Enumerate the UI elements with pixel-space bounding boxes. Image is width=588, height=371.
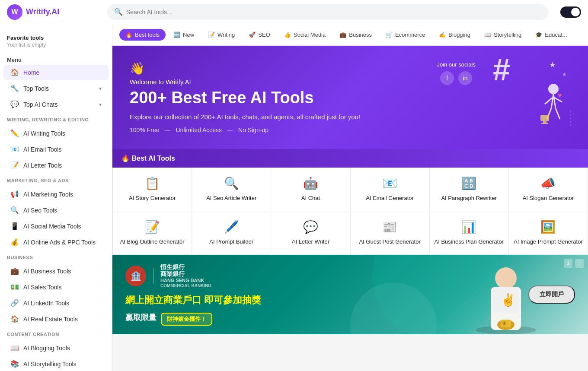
ad-cta-button[interactable]: 立即開戶 [528,285,575,304]
tab-ecommerce[interactable]: 🛒 Ecommerce [380,29,431,41]
ad-info-btn[interactable]: ℹ [564,259,572,268]
category-tabs: 🔥 Best tools 🆕 New 📝 Writing 🚀 SEO 👍 Soc… [112,24,588,46]
email-generator-label: AI Email Generator [366,195,414,202]
sidebar-item-writing-tools[interactable]: ✏️ AI Writing Tools [3,126,109,141]
tab-new[interactable]: 🆕 New [167,29,200,41]
tools-header: 🔥 Best AI Tools [112,149,588,168]
sidebar: Favorite tools Your list is empty Menu 🏠… [0,24,112,371]
sidebar-item-top-ai-chats[interactable]: 💬 Top AI Chats ▾ [3,97,109,112]
svg-point-4 [548,84,559,94]
blogging-tools-label: AI Blogging Tools [23,345,70,352]
seo-tools-label: AI Seo Tools [23,207,57,214]
blog-outline-label: AI Blog Outline Generator [120,238,185,246]
tool-letter-writer[interactable]: 💬 AI Letter Writer [271,211,350,255]
top-tools-label: Top Tools [23,85,49,92]
letter-tools-label: AI Letter Tools [23,162,62,169]
logo-text: Writify.AI [26,7,59,16]
letter-tools-icon: 📝 [10,161,19,169]
tool-paragraph-rewriter[interactable]: 🔠 AI Paragraph Rewriter [430,168,509,211]
linkedin-icon[interactable]: in [458,71,472,85]
svg-line-10 [556,108,560,119]
blog-outline-icon: 📝 [145,220,160,234]
search-bar[interactable]: 🔍 [107,4,548,20]
tab-social-media[interactable]: 👍 Social Media [278,29,332,41]
facebook-icon[interactable]: f [440,71,454,85]
blogging-tools-icon: 📖 [10,344,19,352]
online-ads-icon: 💰 [10,238,19,246]
tab-education[interactable]: 🎓 Educat... [529,29,573,41]
letter-writer-icon: 💬 [303,220,318,234]
toggle-wrap [560,6,581,18]
badge-nosignup: No Sign-up [238,127,268,133]
tab-best-tools[interactable]: 🔥 Best tools [119,29,166,41]
ad-tagline: 網上開立商業戶口 即可參加抽獎 [125,294,520,307]
ad-prize-badge: 財神鍍金擺件！ [161,313,212,326]
writing-tools-label: AI Writing Tools [23,130,65,137]
social-icons: f in [437,71,476,85]
bank-logo-icon: 🏦 [125,266,146,286]
tool-image-prompt[interactable]: 🖼️ AI Image Prompt Generator [509,211,588,255]
paragraph-rewriter-icon: 🔠 [461,176,476,190]
ai-chats-icon: 💬 [10,100,19,108]
slogan-generator-label: AI Slogan Generator [523,195,574,202]
tab-business[interactable]: 💼 Business [333,29,378,41]
writing-tools-icon: ✏️ [10,129,19,137]
sidebar-item-top-tools[interactable]: 🔧 Top Tools ▾ [3,81,109,96]
business-tools-icon: 💼 [10,267,19,275]
real-estate-label: AI Real Estate Tools [23,316,78,323]
sidebar-item-online-ads[interactable]: 💰 AI Online Ads & PPC Tools [3,235,109,250]
email-tools-icon: 📧 [10,145,19,153]
storytelling-tools-label: AI Storytelling Tools [23,361,77,368]
marketing-tools-label: AI Marketing Tools [23,191,73,198]
tool-slogan-generator[interactable]: 📣 AI Slogan Generator [509,168,588,211]
svg-rect-13 [541,123,548,124]
tool-blog-outline[interactable]: 📝 AI Blog Outline Generator [113,211,192,255]
tab-seo[interactable]: 🚀 SEO [243,29,276,41]
business-plan-icon: 📊 [461,220,476,234]
tab-writing[interactable]: 📝 Writing [202,29,241,41]
ad-logo: 🏦 恒生銀行 商業銀行 HANG SENG BANK COMMERCIAL BA… [125,263,520,289]
sidebar-item-real-estate[interactable]: 🏠 AI Real Estate Tools [3,311,109,327]
tool-guest-post[interactable]: 📰 AI Guest Post Generator [351,211,430,255]
tool-seo-writer[interactable]: 🔍 AI Seo Article Writer [192,168,271,211]
sidebar-favorites: Favorite tools Your list is empty [0,31,112,50]
badge-free: 100% Free [130,127,159,133]
tab-storytelling[interactable]: 📖 Storytelling [478,29,527,41]
chevron-down-icon-2: ▾ [99,101,102,108]
sales-tools-icon: 💵 [10,283,19,291]
main-content: 🔥 Best tools 🆕 New 📝 Writing 🚀 SEO 👍 Soc… [112,24,588,371]
social-text: Join our socials [437,61,476,68]
sidebar-item-sales-tools[interactable]: 💵 AI Sales Tools [3,279,109,295]
tools-grid: 📋 AI Story Generator 🔍 AI Seo Article Wr… [112,168,588,255]
sidebar-item-marketing-tools[interactable]: 📢 AI Marketing Tools [3,187,109,202]
svg-text:★: ★ [549,60,556,69]
marketing-section-title: Marketing, SEO & Ads [0,176,112,187]
sidebar-item-blogging-tools[interactable]: 📖 AI Blogging Tools [3,340,109,355]
sidebar-item-email-tools[interactable]: 📧 AI Email Tools [3,142,109,157]
tool-ai-chat[interactable]: 🤖 AI Chat [271,168,350,211]
ad-prize: 贏取限量 [125,312,157,323]
letter-writer-label: AI Letter Writer [292,238,329,246]
svg-line-6 [553,94,556,108]
tab-blogging[interactable]: ✍️ Blogging [433,29,476,41]
favorites-subtitle: Your list is empty [7,42,105,48]
business-tools-label: AI Business Tools [23,268,71,275]
email-generator-icon: 📧 [382,176,397,190]
tool-prompt-builder[interactable]: 🖊️ AI Prompt Builder [192,211,271,255]
tool-story-generator[interactable]: 📋 AI Story Generator [113,168,192,211]
paragraph-rewriter-label: AI Paragraph Rewriter [441,195,497,202]
sidebar-item-letter-tools[interactable]: 📝 AI Letter Tools [3,158,109,173]
sidebar-item-home[interactable]: 🏠 Home [3,65,109,80]
sidebar-item-seo-tools[interactable]: 🔍 AI Seo Tools [3,203,109,218]
tool-email-generator[interactable]: 📧 AI Email Generator [351,168,430,211]
search-input[interactable] [126,9,541,16]
theme-toggle[interactable] [560,6,581,18]
sidebar-item-storytelling-tools[interactable]: 📚 AI Storytelling Tools [3,356,109,371]
sidebar-item-business-tools[interactable]: 💼 AI Business Tools [3,263,109,279]
linkedin-tools-icon: 🔗 [10,299,19,307]
sidebar-item-social-media-tools[interactable]: 📱 AI Social Media Tools [3,219,109,234]
ad-close-btn[interactable]: ⋮ [575,259,584,268]
tool-business-plan[interactable]: 📊 AI Business Plan Generator [430,211,509,255]
sidebar-item-linkedin-tools[interactable]: 🔗 AI LinkedIn Tools [3,295,109,311]
business-section-title: Business [0,253,112,263]
